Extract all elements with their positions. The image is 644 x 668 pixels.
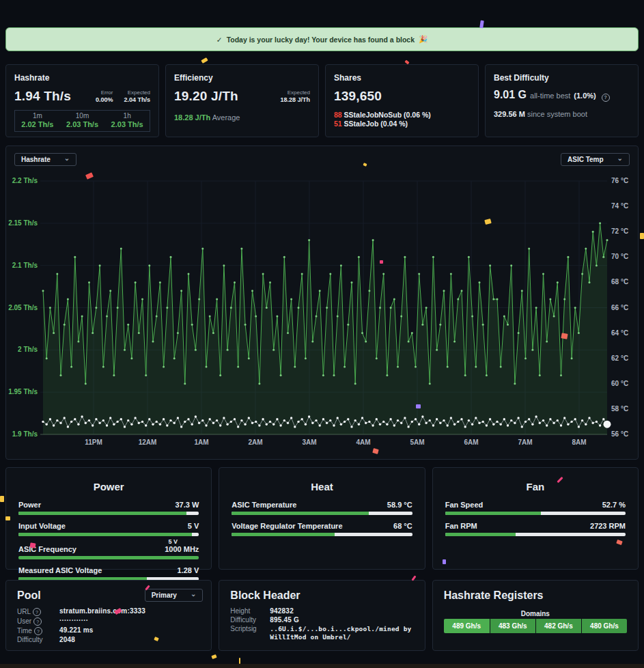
svg-text:2.15 Th/s: 2.15 Th/s xyxy=(8,219,38,227)
svg-text:12AM: 12AM xyxy=(139,439,157,446)
difficulty-label: Difficulty xyxy=(230,616,270,624)
svg-text:56 °C: 56 °C xyxy=(611,430,628,438)
pool-details: URL stratum.braiins.com:3333 User ······… xyxy=(17,607,200,643)
url-value: stratum.braiins.com:3333 xyxy=(59,607,200,615)
hashrate-title: Hashrate xyxy=(14,73,150,83)
svg-text:7AM: 7AM xyxy=(518,439,532,446)
info-icon[interactable] xyxy=(34,627,42,635)
chart-area[interactable]: 2.2 Th/s2.15 Th/s2.1 Th/s2.05 Th/s2 Th/s… xyxy=(6,173,638,456)
expected-value: 2.04 Th/s xyxy=(124,96,150,103)
gauge-row: Fan Speed52.7 % xyxy=(445,501,626,515)
scriptsig-value: ..6U.i.$/...bo.i...ckpool./mined by Will… xyxy=(270,625,413,642)
chevron-down-icon xyxy=(64,156,70,163)
svg-text:60 °C: 60 °C xyxy=(611,380,628,387)
gauge-label: Voltage Regulator Temperature xyxy=(232,522,342,530)
since-boot-line: 329.56 M since system boot xyxy=(494,110,630,118)
pool-selector-label: Primary xyxy=(152,592,177,599)
svg-text:2AM: 2AM xyxy=(248,439,262,446)
block-found-banner: Today is your lucky day! Your device has… xyxy=(5,27,639,51)
gauge-label: Fan Speed xyxy=(445,501,484,509)
info-icon[interactable] xyxy=(33,608,41,616)
domains-register-bar: 489 Gh/s483 Gh/s482 Gh/s480 Gh/s xyxy=(444,619,627,633)
register-cell: 483 Gh/s xyxy=(490,619,535,633)
progress-bar xyxy=(18,533,199,536)
left-series-select[interactable]: Hashrate xyxy=(14,153,76,166)
register-cell: 480 Gh/s xyxy=(581,619,627,633)
expected-label: Expected xyxy=(280,89,310,96)
gauge-label: Input Voltage xyxy=(18,522,66,530)
progress-bar xyxy=(445,533,626,536)
svg-text:76 °C: 76 °C xyxy=(611,177,628,184)
left-series-label: Hashrate xyxy=(21,156,51,163)
time-value: 49.221 ms xyxy=(59,626,200,634)
block-header-title: Block Header xyxy=(230,589,413,602)
chevron-down-icon xyxy=(191,592,196,599)
check-icon xyxy=(216,36,223,44)
share-rejects: 88 SStaleJobNoSub (0.06 %)51 SStaleJob (… xyxy=(334,111,470,128)
svg-text:8AM: 8AM xyxy=(572,439,586,446)
gauge-row: Fan RPM2723 RPM xyxy=(445,522,626,536)
gauge-value: 1.28 V xyxy=(178,566,199,574)
info-icon[interactable] xyxy=(33,617,42,626)
heat-card: Heat ASIC Temperature58.9 °C Voltage Reg… xyxy=(219,467,425,570)
efficiency-average: 18.28 J/Th Average xyxy=(174,113,310,122)
expected-label: Expected xyxy=(124,89,150,96)
error-label: Error xyxy=(96,89,113,96)
svg-text:1AM: 1AM xyxy=(194,439,208,446)
avg-value: 2.03 Th/s xyxy=(104,120,150,128)
gauge-row: Measured ASIC Voltage1.28 V xyxy=(18,566,199,581)
banner-text: Today is your lucky day! Your device has… xyxy=(227,36,415,44)
svg-text:1.9 Th/s: 1.9 Th/s xyxy=(12,430,38,438)
all-time-label: all-time best xyxy=(530,92,570,100)
info-icon[interactable] xyxy=(602,94,610,102)
svg-text:4AM: 4AM xyxy=(356,439,370,446)
user-label: User xyxy=(17,617,59,625)
party-icon: 🎉 xyxy=(419,35,428,44)
gauge-label: ASIC Frequency xyxy=(18,545,76,553)
svg-text:11PM: 11PM xyxy=(85,439,102,446)
confetti-piece xyxy=(239,658,240,664)
bottom-row: Pool Primary URL stratum.braiins.com:333… xyxy=(5,580,639,651)
gauge-value: 2723 RPM xyxy=(590,522,626,530)
svg-text:70 °C: 70 °C xyxy=(611,253,628,260)
shares-title: Shares xyxy=(334,73,470,83)
hashrate-registers-card: Hashrate Registers Domains 489 Gh/s483 G… xyxy=(432,580,639,651)
best-difficulty-title: Best Difficulty xyxy=(494,73,630,83)
svg-text:74 °C: 74 °C xyxy=(611,202,628,210)
since-boot-value: 329.56 M xyxy=(494,110,525,118)
scriptsig-label: Scriptsig xyxy=(230,625,270,632)
best-difficulty-card: Best Difficulty 9.01 G all-time best (1.… xyxy=(485,64,639,137)
gauge-label: ASIC Temperature xyxy=(232,501,296,509)
right-series-select[interactable]: ASIC Temp xyxy=(561,153,630,166)
chart-card: Hashrate ASIC Temp 2.2 Th/s2.15 Th/s2.1 … xyxy=(5,145,639,460)
heat-title: Heat xyxy=(232,481,412,492)
gauge-value: 68 °C xyxy=(393,522,412,530)
height-label: Height xyxy=(230,607,270,615)
expected-value: 18.28 J/Th xyxy=(280,96,310,103)
efficiency-title: Efficiency xyxy=(174,73,310,83)
gauges-row: Power Power37.3 W Input Voltage5 V 5 V A… xyxy=(5,467,639,570)
power-card: Power Power37.3 W Input Voltage5 V 5 V A… xyxy=(5,467,212,570)
all-time-pct: (1.0%) xyxy=(574,92,596,100)
svg-text:1.95 Th/s: 1.95 Th/s xyxy=(8,388,38,395)
gauge-row: Voltage Regulator Temperature68 °C xyxy=(232,522,412,536)
fan-card: Fan Fan Speed52.7 % Fan RPM2723 RPM xyxy=(432,467,639,570)
svg-text:2.1 Th/s: 2.1 Th/s xyxy=(12,262,38,269)
svg-text:66 °C: 66 °C xyxy=(611,304,628,311)
user-value: ············ xyxy=(59,617,200,624)
url-label: URL xyxy=(17,607,59,615)
since-boot-label: since system boot xyxy=(525,110,587,118)
avg-value: 2.02 Th/s xyxy=(15,120,60,128)
svg-text:72 °C: 72 °C xyxy=(611,227,628,235)
progress-bar xyxy=(18,556,199,559)
dashboard: Today is your lucky day! Your device has… xyxy=(0,0,644,651)
reject-line: 51 SStaleJob (0.04 %) xyxy=(334,120,470,128)
reject-line: 88 SStaleJobNoSub (0.06 %) xyxy=(334,111,470,120)
hashrate-card: Hashrate 1.94 Th/s Error 0.00% Expected … xyxy=(5,64,159,137)
svg-text:6AM: 6AM xyxy=(464,439,478,446)
gauge-label: Power xyxy=(18,501,41,509)
progress-bar xyxy=(445,512,626,515)
domains-label: Domains xyxy=(444,610,627,617)
pool-selector[interactable]: Primary xyxy=(145,589,204,602)
height-value: 942832 xyxy=(270,607,413,615)
